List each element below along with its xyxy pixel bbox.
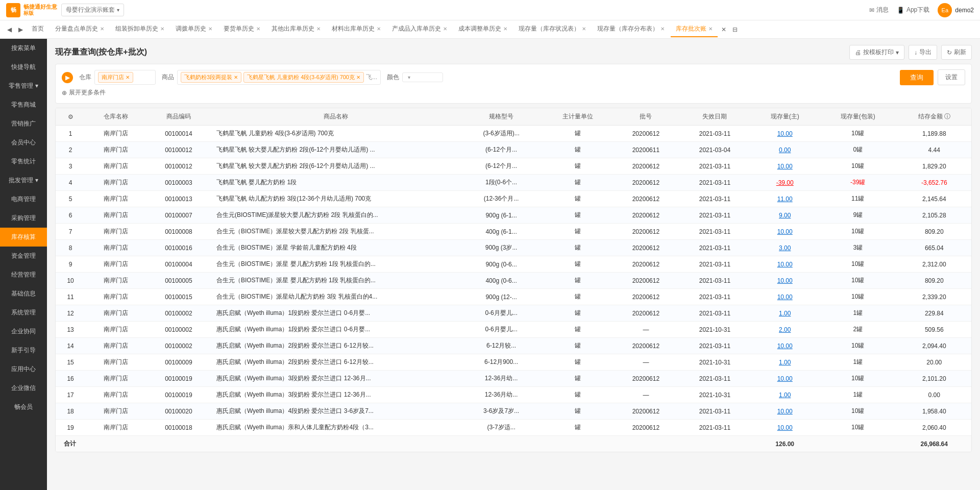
cell-qty-main[interactable]: 0.00 (751, 142, 819, 158)
cell-qty-pkg: 2罐 (819, 322, 897, 338)
sidebar-item-15[interactable]: 企业协同 (0, 322, 47, 341)
sidebar-item-19[interactable]: 畅会员 (0, 398, 47, 416)
sidebar-item-11[interactable]: 资金管理 (0, 247, 47, 265)
cell-qty-main[interactable]: 10.00 (751, 289, 819, 305)
cell-qty-main[interactable]: 3.00 (751, 240, 819, 256)
print-button[interactable]: 🖨 按模板打印 ▾ (849, 45, 904, 60)
sidebar-item-1[interactable]: 快捷导航 (0, 58, 47, 77)
cell-qty-main[interactable]: 10.00 (751, 338, 819, 354)
cell-no: 1 (56, 126, 85, 142)
tab-item-8[interactable]: 成本调整单历史✕ (453, 21, 512, 37)
sidebar-item-18[interactable]: 企业微信 (0, 379, 47, 398)
tab-item-1[interactable]: 分量盘点单历史✕ (50, 21, 109, 37)
cell-unit: 罐 (542, 289, 614, 305)
product-tag-container[interactable]: 飞鹤奶粉3段两提装 ✕ 飞鹤星飞帆 儿童奶粉 4段(3-6岁适用) 700克 ✕… (177, 70, 381, 85)
cell-expire: 2021-03-11 (678, 224, 751, 240)
cell-qty-main[interactable]: 1.00 (751, 305, 819, 322)
cell-amount: 2,105.28 (897, 207, 971, 224)
setting-button[interactable]: 设置 (938, 69, 965, 85)
filter-expand[interactable]: ⊕ 展开更多条件 (62, 85, 965, 98)
cell-qty-main[interactable]: 1.00 (751, 387, 819, 403)
tab-item-10[interactable]: 现存量（库存分布表）✕ (592, 21, 670, 37)
export-button[interactable]: ↓ 导出 (909, 45, 937, 60)
cell-expire: 2021-10-31 (678, 354, 751, 371)
tab-close-icon[interactable]: ✕ (316, 26, 321, 32)
sidebar-item-0[interactable]: 搜索菜单 (0, 39, 47, 58)
sidebar-item-4[interactable]: 营销推广 (0, 114, 47, 133)
sidebar-item-5[interactable]: 会员中心 (0, 133, 47, 152)
sidebar-item-7[interactable]: 批发管理 ▾ (0, 171, 47, 190)
sidebar-item-16[interactable]: 新手引导 (0, 341, 47, 360)
cell-name: 合生元（BIOSTIME）派星 婴儿配方奶粉 1段 乳核蛋白的... (211, 273, 461, 289)
tab-menu-btn[interactable]: ⊟ (730, 24, 740, 35)
cell-qty-main[interactable]: -39.00 (751, 175, 819, 191)
content-area: 现存量查询(按仓库+批次) 🖨 按模板打印 ▾ ↓ 导出 ↻ 刷新 (47, 39, 980, 490)
message-btn[interactable]: ✉ 消息 (869, 6, 889, 14)
tab-close-icon[interactable]: ✕ (708, 26, 713, 32)
tab-close-icon[interactable]: ✕ (100, 26, 104, 32)
sidebar-item-2[interactable]: 零售管理 ▾ (0, 77, 47, 95)
warehouse-tag-container[interactable]: 南岸门店 ✕ (94, 70, 156, 85)
tab-close-icon[interactable]: ✕ (377, 26, 381, 32)
cell-qty-main[interactable]: 10.00 (751, 403, 819, 420)
tab-item-7[interactable]: 产成品入库单历史✕ (387, 21, 452, 37)
tab-close-icon[interactable]: ✕ (208, 26, 212, 32)
tab-close-icon[interactable]: ✕ (443, 26, 447, 32)
app-download-btn[interactable]: 📱 App下载 (897, 6, 929, 14)
filter-toggle-btn[interactable]: ▶ (62, 72, 73, 83)
sidebar-item-3[interactable]: 零售商城 (0, 95, 47, 114)
tab-item-5[interactable]: 其他出库单历史✕ (266, 21, 326, 37)
tab-close-icon[interactable]: ✕ (660, 26, 665, 32)
tab-next-btn[interactable]: ▶ (15, 24, 26, 35)
cell-qty-main[interactable]: 10.00 (751, 158, 819, 175)
sidebar-item-8[interactable]: 电商管理 (0, 190, 47, 209)
cell-spec: 3-6岁及7岁... (460, 403, 542, 420)
cell-expire: 2021-03-11 (678, 256, 751, 273)
cell-qty-main[interactable]: 2.00 (751, 322, 819, 338)
sidebar-item-13[interactable]: 基础信息 (0, 284, 47, 303)
cell-qty-main[interactable]: 1.00 (751, 354, 819, 371)
gear-icon[interactable]: ⚙ (68, 113, 74, 120)
tab-item-0[interactable]: 首页 (27, 21, 49, 37)
cell-qty-main[interactable]: 10.00 (751, 126, 819, 142)
color-select[interactable]: ▾ (402, 72, 443, 82)
sidebar-item-12[interactable]: 经营管理 (0, 265, 47, 284)
cell-qty-main[interactable]: 10.00 (751, 371, 819, 387)
tab-item-2[interactable]: 组装拆卸单历史✕ (110, 21, 169, 37)
cell-unit: 罐 (542, 338, 614, 354)
product-tag-1-close[interactable]: ✕ (234, 75, 238, 80)
cell-batch: 20200612 (613, 126, 678, 142)
tab-close-all-btn[interactable]: ✕ (719, 24, 729, 35)
cell-unit: 罐 (542, 256, 614, 273)
tab-item-11[interactable]: 库存批次账✕ (671, 21, 718, 37)
tab-item-6[interactable]: 材料出库单历史✕ (327, 21, 386, 37)
warehouse-tag-close[interactable]: ✕ (126, 75, 130, 80)
cell-name: 合生元（BIOSTIME）派星较大婴儿配方奶粉 2段 乳核蛋... (211, 224, 461, 240)
tab-close-icon[interactable]: ✕ (160, 26, 164, 32)
breadcrumb-dropdown[interactable]: 母婴行业演示账套 ▾ (61, 4, 124, 16)
cell-qty-main[interactable]: 10.00 (751, 256, 819, 273)
cell-qty-main[interactable]: 10.00 (751, 224, 819, 240)
tab-close-icon[interactable]: ✕ (503, 26, 507, 32)
sidebar-item-6[interactable]: 零售统计 (0, 152, 47, 171)
sidebar-item-17[interactable]: 应用中心 (0, 360, 47, 379)
tab-item-9[interactable]: 现存量（库存状况表）✕ (513, 21, 591, 37)
tab-close-icon[interactable]: ✕ (256, 26, 260, 32)
cell-qty-pkg: 10罐 (819, 403, 897, 420)
cell-qty-main[interactable]: 10.00 (751, 420, 819, 436)
tab-item-3[interactable]: 调拨单历史✕ (170, 21, 217, 37)
cell-qty-main[interactable]: 10.00 (751, 273, 819, 289)
refresh-button[interactable]: ↻ 刷新 (941, 45, 972, 60)
sidebar-item-14[interactable]: 系统管理 (0, 303, 47, 322)
query-button[interactable]: 查询 (900, 70, 934, 85)
cell-qty-main[interactable]: 11.00 (751, 191, 819, 207)
tab-close-icon[interactable]: ✕ (582, 26, 586, 32)
sidebar-item-9[interactable]: 采购管理 (0, 209, 47, 228)
cell-no: 7 (56, 224, 85, 240)
cell-qty-main[interactable]: 9.00 (751, 207, 819, 224)
sidebar-item-10[interactable]: 库存核算 (0, 228, 47, 247)
tab-prev-btn[interactable]: ◀ (4, 24, 14, 35)
product-tag-2-close[interactable]: ✕ (356, 75, 360, 80)
user-area[interactable]: Ea demo2 (938, 3, 974, 17)
tab-item-4[interactable]: 要货单历史✕ (218, 21, 265, 37)
